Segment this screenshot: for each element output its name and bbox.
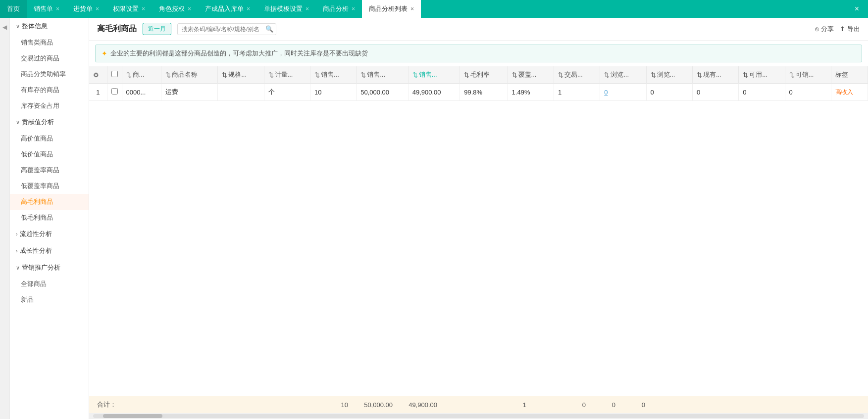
close-icon[interactable]: × [56,5,59,12]
tab-role[interactable]: 角色授权 × [152,0,198,18]
top-navigation: 首页 销售单 × 进货单 × 权限设置 × 角色授权 × 产成品入库单 × 单据… [0,0,868,18]
row-saleable: 0 [785,84,831,101]
close-icon[interactable]: × [142,5,145,12]
expand-icon: › [16,248,18,254]
col-coverage: ⇅ 覆盖... [508,66,554,84]
sidebar-group-trend[interactable]: › 流趋性分析 [10,226,89,242]
close-icon[interactable]: × [247,5,250,12]
sidebar-item-low-coverage[interactable]: 低覆盖率商品 [10,178,89,194]
col-name: ⇅ 商品名称 [161,66,218,84]
sort-icon[interactable]: ⇅ [789,71,795,79]
close-icon[interactable]: × [410,5,414,12]
share-button[interactable]: ⎋ 分享 [815,25,834,34]
sort-icon[interactable]: ⇅ [604,71,610,79]
table-header-row: ⚙ ⇅ 商... [89,66,868,84]
sidebar-group-marketing[interactable]: ∨ 营销推广分析 [10,259,89,276]
row-checkbox-cell[interactable] [107,84,122,101]
sidebar-item-category-rate[interactable]: 商品分类助销率 [10,66,89,82]
col-spec: ⇅ 规格... [218,66,264,84]
tab-template[interactable]: 单据模板设置 × [257,0,316,18]
footer-view2: 0 [560,401,590,409]
sort-icon[interactable]: ⇅ [126,71,132,79]
scrollbar-track[interactable] [93,414,864,418]
sort-icon[interactable]: ⇅ [743,71,748,79]
notice-icon: ✦ [102,49,107,57]
sort-icon[interactable]: ⇅ [464,71,469,79]
horizontal-scrollbar[interactable] [89,413,868,419]
sort-icon[interactable]: ⇅ [165,71,171,79]
export-button[interactable]: ⬆ 导出 [840,25,860,34]
tab-permission[interactable]: 权限设置 × [106,0,152,18]
row-sales-amount: 50,000.00 [357,84,408,101]
tab-analysis-list[interactable]: 商品分析列表 × [362,0,421,18]
tab-home[interactable]: 首页 [0,0,27,18]
settings-icon[interactable]: ⚙ [93,71,99,79]
row-coverage: 1.49% [508,84,554,101]
row-available: 0 [739,84,785,101]
sort-icon[interactable]: ⇅ [558,71,563,79]
close-icon[interactable]: × [306,5,309,12]
sort-icon[interactable]: ⇅ [412,71,418,79]
sidebar-group-growth[interactable]: › 成长性分析 [10,242,89,259]
tab-analysis[interactable]: 商品分析 × [316,0,362,18]
table-row: 1 0000... 运费 [89,84,868,101]
row-name: 运费 [161,84,218,101]
sidebar-item-low-margin[interactable]: 低毛利商品 [10,210,89,226]
row-checkbox[interactable] [111,88,118,94]
sidebar-item-traded-goods[interactable]: 交易过的商品 [10,50,89,66]
close-icon[interactable]: × [188,5,191,12]
sort-icon[interactable]: ⇅ [512,71,517,79]
tab-purchase[interactable]: 进货单 × [66,0,106,18]
sidebar-item-inventory-fund[interactable]: 库存资金占用 [10,98,89,114]
col-unit: ⇅ 计量... [264,66,310,84]
filter-recent-month-button[interactable]: 近一月 [143,23,171,35]
col-margin: ⇅ 毛利率 [460,66,508,84]
window-close-button[interactable]: × [851,2,863,15]
select-all-checkbox[interactable] [111,71,118,77]
sidebar-item-high-margin[interactable]: 高毛利商品 [10,194,89,210]
row-transaction: 1 [554,84,600,101]
tab-sales[interactable]: 销售单 × [27,0,66,18]
footer-qty: 10 [322,401,352,409]
sort-icon[interactable]: ⇅ [314,71,320,79]
sidebar-item-all-goods[interactable]: 全部商品 [10,276,89,292]
sidebar-item-high-coverage[interactable]: 高覆盖率商品 [10,162,89,178]
tab-product-entry[interactable]: 产成品入库单 × [198,0,257,18]
col-checkbox[interactable] [107,66,122,84]
sidebar-item-sales-goods[interactable]: 销售类商品 [10,35,89,50]
scrollbar-thumb[interactable] [103,414,162,418]
nav-right: × [851,2,868,15]
search-input[interactable] [177,23,276,35]
sidebar-item-high-value[interactable]: 高价值商品 [10,131,89,146]
footer-sales-profit: 49,900.00 [397,401,441,409]
content-area: 高毛利商品 近一月 🔍 ⎋ 分享 ⬆ 导出 ✦ 企业的主要的利润都是这部分商品创… [89,18,868,419]
footer-transaction: 1 [501,401,530,409]
sidebar-collapse-button[interactable]: ◀ [0,18,10,419]
row-view1[interactable]: 0 [600,84,646,101]
row-view2: 0 [646,84,692,101]
sort-icon[interactable]: ⇅ [697,71,702,79]
sidebar-item-stocked-goods[interactable]: 有库存的商品 [10,82,89,98]
expand-icon: ∨ [16,119,20,126]
search-icon[interactable]: 🔍 [265,25,273,33]
sort-icon[interactable]: ⇅ [651,71,656,79]
col-transaction: ⇅ 交易... [554,66,600,84]
sidebar-group-contribution[interactable]: ∨ 贡献值分析 [10,114,89,131]
sidebar-item-new-goods[interactable]: 新品 [10,292,89,308]
sort-icon[interactable]: ⇅ [360,71,366,79]
page-title: 高毛利商品 [97,24,137,34]
notice-bar: ✦ 企业的主要的利润都是这部分商品创造的，可考虑加大推广，同时关注库存是不要出现… [95,45,862,62]
sort-icon[interactable]: ⇅ [222,71,227,79]
row-spec [218,84,264,101]
sort-icon[interactable]: ⇅ [268,71,274,79]
close-icon[interactable]: × [352,5,355,12]
sidebar-item-low-value[interactable]: 低价值商品 [10,146,89,162]
sidebar-group-overall[interactable]: ∨ 整体信息 [10,18,89,35]
footer-summary: 合计： 10 50,000.00 49,900.00 1 0 0 0 [89,396,868,413]
close-icon[interactable]: × [96,5,99,12]
sidebar: ∨ 整体信息 销售类商品 交易过的商品 商品分类助销率 有库存的商品 库存资金占… [10,18,89,419]
content-header: 高毛利商品 近一月 🔍 ⎋ 分享 ⬆ 导出 [89,18,868,41]
row-code: 0000... [122,84,161,101]
col-settings[interactable]: ⚙ [89,66,107,84]
col-saleable: ⇅ 可销... [785,66,831,84]
